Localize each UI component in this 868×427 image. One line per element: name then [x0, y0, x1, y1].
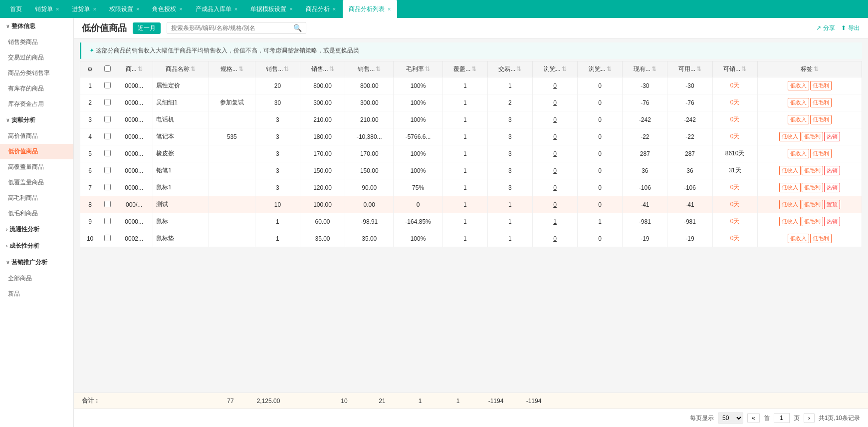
view-link[interactable]: 0 — [553, 201, 557, 208]
sidebar-item-high-value[interactable]: 高价值商品 — [0, 128, 73, 144]
close-icon[interactable]: × — [289, 6, 292, 12]
col-sales-price[interactable]: 销售...⇅ — [345, 61, 394, 77]
share-button[interactable]: ↗ 分享 — [816, 24, 835, 32]
search-input[interactable] — [171, 24, 291, 31]
view-link[interactable]: 0 — [553, 184, 557, 191]
page-size-select[interactable]: 501020100 — [718, 413, 743, 424]
search-icon[interactable]: 🔍 — [293, 24, 302, 32]
page-number-input[interactable] — [774, 413, 790, 423]
time-filter-button[interactable]: 近一月 — [133, 22, 161, 34]
row-name: 鼠标 — [153, 213, 209, 230]
sidebar-item-stocked-goods[interactable]: 有库存的商品 — [0, 81, 73, 96]
sidebar-item-low-coverage[interactable]: 低覆盖量商品 — [0, 175, 73, 190]
row-checkbox[interactable] — [104, 133, 111, 139]
sidebar-item-traded-goods[interactable]: 交易过的商品 — [0, 50, 73, 65]
row-sales-price: 210.00 — [345, 111, 394, 128]
row-checkbox[interactable] — [104, 235, 111, 241]
col-stock-saleable[interactable]: 可销...⇅ — [712, 61, 757, 77]
row-margin: 100% — [394, 230, 442, 247]
nav-item-analysis-list[interactable]: 商品分析列表 × — [343, 0, 397, 18]
nav-item-roles[interactable]: 角色授权 × — [146, 0, 188, 18]
col-sales-qty[interactable]: 销售...⇅ — [255, 61, 300, 77]
row-checkbox[interactable] — [104, 99, 111, 105]
view-link[interactable]: 0 — [553, 99, 557, 106]
close-icon[interactable]: × — [93, 6, 96, 12]
col-name[interactable]: 商品名称⇅ — [153, 61, 209, 77]
sidebar-item-stock-capital[interactable]: 库存资金占用 — [0, 96, 73, 112]
nav-item-purchase[interactable]: 进货单 × — [66, 0, 102, 18]
col-view2[interactable]: 浏览...⇅ — [578, 61, 623, 77]
col-spec[interactable]: 规格...⇅ — [209, 61, 255, 77]
view-link[interactable]: 1 — [553, 218, 557, 225]
row-checkbox[interactable] — [104, 201, 111, 207]
col-tags[interactable]: 标签⇅ — [757, 61, 862, 77]
col-checkbox[interactable] — [100, 61, 115, 77]
row-stock-available: -30 — [667, 77, 712, 94]
row-code: 0000... — [115, 213, 153, 230]
close-icon[interactable]: × — [136, 6, 139, 12]
close-icon[interactable]: × — [333, 6, 336, 12]
first-page-button[interactable]: « — [747, 413, 760, 423]
close-icon[interactable]: × — [388, 6, 391, 12]
view-link[interactable]: 0 — [553, 150, 557, 157]
nav-item-templates[interactable]: 单据模板设置 × — [244, 0, 298, 18]
col-coverage[interactable]: 覆盖...⇅ — [442, 61, 487, 77]
row-checkbox-cell — [100, 128, 115, 145]
view-link[interactable]: 0 — [553, 235, 557, 242]
sidebar-item-low-margin[interactable]: 低毛利商品 — [0, 206, 73, 221]
row-sales-price: -10,380... — [345, 128, 394, 145]
view-link[interactable]: 0 — [553, 116, 557, 123]
sidebar-item-new-goods[interactable]: 新品 — [0, 286, 73, 302]
close-icon[interactable]: × — [234, 6, 237, 12]
row-days: 0天 — [712, 111, 757, 128]
next-page-button[interactable]: › — [804, 413, 815, 423]
view-link[interactable]: 0 — [553, 133, 557, 140]
sidebar-item-high-margin[interactable]: 高毛利商品 — [0, 190, 73, 206]
row-coverage: 1 — [442, 196, 487, 213]
nav-item-analysis[interactable]: 商品分析 × — [300, 0, 342, 18]
col-code[interactable]: 商...⇅ — [115, 61, 153, 77]
col-sales-amt[interactable]: 销售...⇅ — [300, 61, 345, 77]
close-icon[interactable]: × — [56, 6, 59, 12]
sidebar-item-all-goods[interactable]: 全部商品 — [0, 271, 73, 286]
col-margin[interactable]: 毛利率⇅ — [394, 61, 442, 77]
nav-item-permissions[interactable]: 权限设置 × — [103, 0, 145, 18]
nav-item-home[interactable]: 首页 — [4, 0, 28, 18]
sidebar-item-category-rate[interactable]: 商品分类销售率 — [0, 65, 73, 81]
col-view1[interactable]: 浏览...⇅ — [532, 61, 577, 77]
row-checkbox[interactable] — [104, 167, 111, 173]
row-sales-qty: 10 — [255, 196, 300, 213]
row-name: 笔记本 — [153, 128, 209, 145]
nav-item-sales[interactable]: 销货单 × — [29, 0, 65, 18]
row-days: 0天 — [712, 213, 757, 230]
sidebar-item-high-coverage[interactable]: 高覆盖量商品 — [0, 159, 73, 175]
select-all-checkbox[interactable] — [104, 65, 111, 72]
view-link[interactable]: 0 — [553, 82, 557, 89]
row-coverage: 1 — [442, 179, 487, 196]
row-stock-current: -981 — [623, 213, 667, 230]
col-settings[interactable]: ⚙ — [80, 61, 100, 77]
col-trade[interactable]: 交易...⇅ — [487, 61, 532, 77]
row-checkbox[interactable] — [104, 150, 111, 156]
row-coverage: 1 — [442, 94, 487, 111]
row-checkbox[interactable] — [104, 116, 111, 122]
sidebar-item-sales-goods[interactable]: 销售类商品 — [0, 34, 73, 50]
sidebar-group-growth[interactable]: › 成长性分析 — [0, 238, 73, 254]
sidebar-group-circulation[interactable]: › 流通性分析 — [0, 221, 73, 238]
row-checkbox[interactable] — [104, 82, 111, 88]
close-icon[interactable]: × — [179, 6, 182, 12]
row-code: 0002... — [115, 230, 153, 247]
total-info: 共1页,10条记录 — [819, 414, 860, 423]
row-checkbox[interactable] — [104, 218, 111, 224]
sidebar-item-low-value[interactable]: 低价值商品 — [0, 144, 73, 159]
tag: 低收入 — [779, 132, 801, 141]
row-checkbox[interactable] — [104, 184, 111, 190]
col-stock-current[interactable]: 现有...⇅ — [623, 61, 667, 77]
chevron-down-icon: ∨ — [6, 260, 9, 265]
export-button[interactable]: ⬆ 导出 — [841, 24, 860, 32]
table-row: 9 0000... 鼠标 1 60.00 -98.91 -164.85% 1 1… — [80, 213, 862, 230]
row-tags: 低收入低毛利 — [757, 111, 862, 128]
col-stock-available[interactable]: 可用...⇅ — [667, 61, 712, 77]
view-link[interactable]: 0 — [553, 167, 557, 174]
nav-item-warehouse[interactable]: 产成品入库单 × — [190, 0, 243, 18]
